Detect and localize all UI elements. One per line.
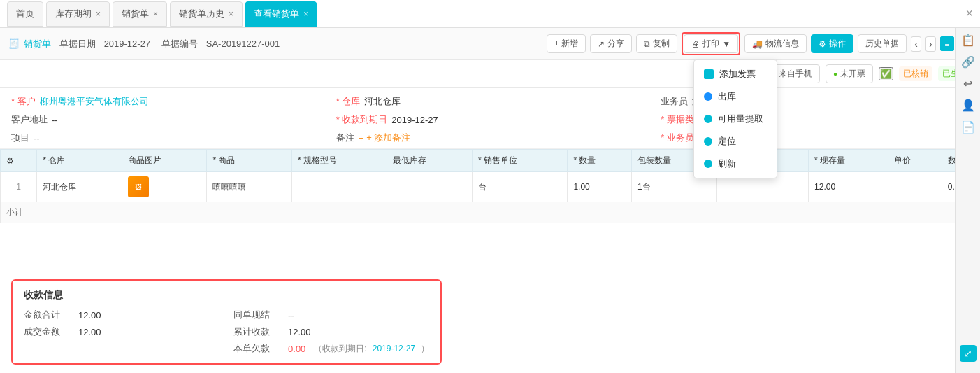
row-warehouse: 河北仓库 [37, 172, 122, 202]
tab-bar: 首页 库存期初 × 销货单 × 销货单历史 × 查看销货单 × × [0, 0, 980, 28]
same-order-value: -- [288, 310, 294, 321]
plus-icon: + [359, 133, 364, 143]
col-settings[interactable]: ⚙ [1, 150, 37, 172]
doc-number-label: 单据编号 SA-20191227-001 [161, 38, 280, 50]
sidebar-undo-icon[interactable]: ↩ [963, 77, 972, 90]
refresh-icon [704, 160, 712, 168]
tab-view-close[interactable]: × [303, 9, 308, 19]
table-row: 1 河北仓库 🖼 嘻嘻嘻嘻 台 1.00 1台 12.00 [1, 172, 980, 202]
tab-inventory-close[interactable]: × [96, 9, 101, 19]
not-open-button[interactable]: 未开票 [826, 64, 873, 83]
new-button[interactable]: + 新增 [547, 34, 586, 53]
row-unit: 台 [472, 172, 568, 202]
next-button[interactable]: › [925, 36, 936, 52]
menu-warehouse-out[interactable]: 出库 [694, 85, 777, 108]
col-unit: * 销售单位 [472, 150, 568, 172]
operate-button[interactable]: ⚙ 操作 [811, 34, 853, 53]
locate-label: 定位 [718, 135, 736, 148]
doc-header: 🧾 销货单 单据日期 2019-12-27 单据编号 SA-20191227-0… [0, 28, 980, 60]
refresh-label: 刷新 [718, 157, 736, 170]
deal-amount-row: 成交金额 12.00 [24, 325, 219, 338]
sidebar-copy-icon[interactable]: 📄 [961, 120, 975, 134]
tab-home[interactable]: 首页 [7, 1, 43, 27]
doc-title: 🧾 销货单 [8, 38, 51, 50]
staff-label: 业务员 [661, 95, 688, 108]
warehouse-out-icon [704, 92, 712, 101]
print-button[interactable]: 🖨 打印 ▼ [684, 34, 738, 53]
row-product-img: 🖼 [122, 172, 207, 202]
tab-sales-label: 销货单 [122, 8, 149, 20]
warehouse-label: * 仓库 [336, 95, 361, 108]
add-invoice-label: 添加发票 [719, 68, 756, 80]
row-spec [291, 172, 387, 202]
tab-inventory-init[interactable]: 库存期初 × [46, 1, 110, 27]
tab-view-label: 查看销货单 [254, 8, 299, 20]
balance-date: 2019-12-27 [373, 344, 415, 353]
warehouse-value: 河北仓库 [364, 95, 401, 108]
copy-icon: ⧉ [644, 39, 650, 49]
subtotal-label: 小计 [1, 202, 980, 223]
warehouse-field: * 仓库 河北仓库 [336, 95, 644, 108]
col-unit-price: 单价 [888, 150, 942, 172]
col-warehouse: * 仓库 [37, 150, 122, 172]
add-invoice-icon [704, 69, 714, 79]
prev-button[interactable]: ‹ [911, 36, 921, 52]
sidebar-doc-icon[interactable]: 📋 [961, 34, 975, 47]
same-order-label: 同单现结 [233, 309, 282, 321]
print-dropdown-icon: ▼ [722, 39, 730, 49]
view-list-button[interactable]: ≡ [940, 36, 954, 51]
logistics-button[interactable]: 🚚 物流信息 [744, 34, 807, 53]
right-sidebar: 📋 🔗 ↩ 👤 📄 ⤢ [955, 28, 980, 373]
sidebar-expand-button[interactable]: ⤢ [960, 345, 977, 362]
tab-history-label: 销货单历史 [179, 8, 224, 20]
warehouse-out-label: 出库 [718, 90, 736, 103]
payment-title: 收款信息 [24, 289, 429, 302]
address-field: 客户地址 -- [11, 113, 319, 126]
history-button[interactable]: 历史单据 [858, 34, 907, 53]
customer-value[interactable]: 柳州粤港平安气体有限公司 [40, 95, 149, 108]
project-field: 项目 -- [11, 132, 319, 144]
logistics-icon: 🚚 [752, 39, 763, 49]
window-close-button[interactable]: × [965, 6, 973, 21]
note-field: 备注 + + 添加备注 [336, 132, 644, 144]
address-label: 客户地址 [11, 113, 48, 126]
tab-history-close[interactable]: × [229, 9, 233, 19]
balance-note-end: ） [421, 343, 429, 355]
locate-icon [704, 137, 712, 146]
menu-available-qty[interactable]: 可用量提取 [694, 108, 777, 130]
add-note-button[interactable]: + + 添加备注 [359, 132, 411, 144]
col-stock: * 现存量 [809, 150, 888, 172]
available-qty-label: 可用量提取 [718, 113, 763, 125]
bottom-section: 收款信息 金额合计 12.00 同单现结 -- 成交金额 12.00 [0, 271, 980, 373]
share-button[interactable]: ↗ 分享 [590, 34, 632, 53]
menu-locate[interactable]: 定位 [694, 130, 777, 153]
dropdown-menu: 添加发票 出库 可用量提取 定位 刷新 [693, 59, 777, 178]
payment-info-box: 收款信息 金额合计 12.00 同单现结 -- 成交金额 12.00 [11, 279, 442, 365]
sidebar-link-icon[interactable]: 🔗 [961, 55, 975, 69]
cumulative-payment-label: 累计收款 [233, 325, 282, 338]
menu-refresh[interactable]: 刷新 [694, 153, 777, 175]
note-label: 备注 [336, 132, 354, 144]
tab-sales-close[interactable]: × [153, 9, 158, 19]
project-label: 项目 [11, 132, 29, 144]
payment-grid: 金额合计 12.00 同单现结 -- 成交金额 12.00 累计收款 12.00 [24, 309, 429, 355]
col-min-stock: 最低库存 [387, 150, 473, 172]
tab-sales-order[interactable]: 销货单 × [113, 1, 167, 27]
print-highlight-box: 🖨 打印 ▼ [682, 32, 740, 55]
project-value: -- [34, 133, 40, 143]
table-wrapper: ⚙ * 仓库 商品图片 * 商品 * 规格型号 最低库存 * 销售单位 * 数量… [0, 149, 980, 271]
tab-view-sales[interactable]: 查看销货单 × [245, 1, 317, 27]
doc-number-value: SA-20191227-001 [206, 38, 280, 49]
total-amount-label: 金额合计 [24, 309, 73, 321]
sold-badge: 已核销 [899, 66, 932, 81]
tab-inventory-label: 库存期初 [55, 8, 92, 20]
sidebar-user-icon[interactable]: 👤 [961, 99, 975, 112]
tab-home-label: 首页 [16, 8, 34, 20]
row-stock: 12.00 [809, 172, 888, 202]
copy-button[interactable]: ⧉ 复制 [636, 34, 677, 53]
doc-date-label: 单据日期 2019-12-27 [59, 38, 150, 50]
menu-add-invoice[interactable]: 添加发票 [694, 63, 777, 85]
total-amount-row: 金额合计 12.00 [24, 309, 219, 321]
check-icon: ✅ [879, 67, 893, 80]
tab-sales-history[interactable]: 销货单历史 × [170, 1, 243, 27]
